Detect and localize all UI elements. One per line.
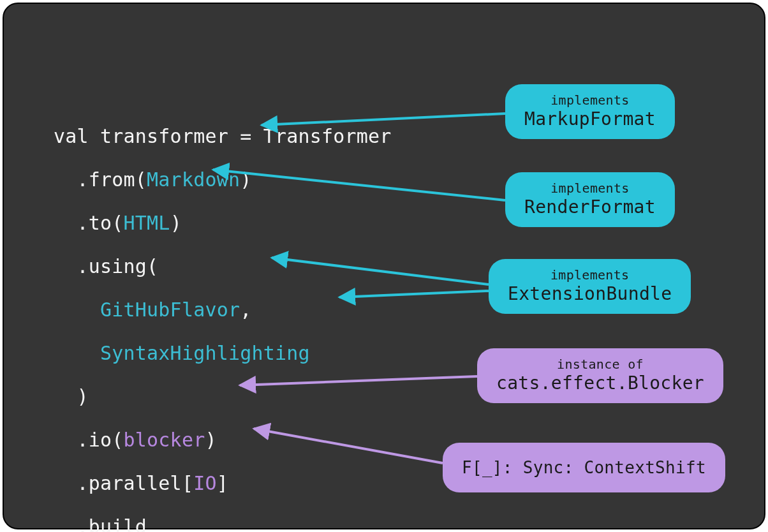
code-token-githubflavor: GitHubFlavor [100, 299, 240, 321]
annotation-renderformat: implements RenderFormat [505, 172, 675, 227]
annotation-big: ExtensionBundle [508, 283, 672, 305]
code-line-5a [54, 299, 100, 321]
annotation-small: implements [524, 180, 656, 196]
code-token-io: IO [193, 472, 217, 494]
code-line-8c: ) [205, 429, 216, 451]
diagram-panel: val transformer = Transformer .from(Mark… [3, 3, 765, 529]
code-token-html: HTML [124, 212, 170, 234]
annotation-blocker: instance of cats.effect.Blocker [477, 348, 723, 403]
annotation-contextshift: F[_]: Sync: ContextShift [443, 443, 725, 492]
annotation-big: F[_]: Sync: ContextShift [462, 457, 706, 478]
code-token-syntaxhighlighting: SyntaxHighlighting [100, 342, 310, 364]
code-token-blocker: blocker [124, 429, 205, 451]
annotation-markupformat: implements MarkupFormat [505, 84, 675, 139]
annotation-extensionbundle: implements ExtensionBundle [489, 259, 691, 314]
code-line-4a: .using( [54, 255, 158, 277]
annotation-small: instance of [496, 356, 704, 373]
code-line-6a [54, 342, 100, 364]
annotation-big: cats.effect.Blocker [496, 373, 704, 394]
code-block: val transformer = Transformer .from(Mark… [54, 71, 392, 532]
code-line-10a: .build [54, 515, 147, 532]
code-line-9c: ] [217, 472, 228, 494]
code-line-5c: , [240, 299, 251, 321]
code-token-markdown: Markdown [147, 168, 240, 191]
code-line-7a: ) [54, 385, 89, 408]
code-line-9a: .parallel[ [54, 472, 193, 494]
code-line-2c: ) [240, 168, 251, 191]
code-line-1: val transformer = Transformer [54, 125, 392, 147]
code-line-8a: .io( [54, 429, 124, 451]
code-line-3a: .to( [54, 212, 124, 234]
code-line-2a: .from( [54, 168, 147, 191]
annotation-small: implements [524, 92, 656, 108]
annotation-small: implements [508, 267, 672, 283]
annotation-big: RenderFormat [524, 196, 656, 218]
annotation-big: MarkupFormat [524, 108, 656, 130]
code-line-3c: ) [170, 212, 182, 234]
